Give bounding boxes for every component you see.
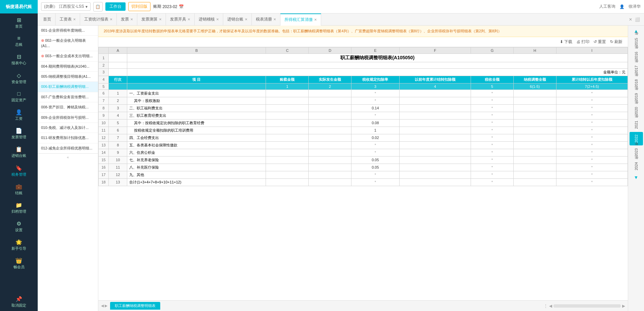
cell-g-11[interactable]: * [471, 171, 514, 178]
sheet-menu-icon[interactable]: ⋮ [544, 304, 548, 308]
cell-d-1[interactable] [309, 97, 351, 104]
cell-h-8[interactable] [513, 149, 556, 156]
cell-f-8[interactable] [399, 149, 471, 156]
cell-g-5[interactable]: * [471, 127, 514, 134]
left-panel-item-010[interactable]: 010-免税、减计收入及加计... [38, 123, 98, 133]
year-item-2015年[interactable]: 2015年 [630, 35, 643, 49]
cell-c-2[interactable] [266, 104, 309, 112]
cell-i-3[interactable]: * [556, 112, 628, 119]
tab-close-6[interactable]: ✕ [216, 18, 219, 21]
cell-g-2[interactable]: * [471, 104, 514, 112]
cell-f-9[interactable] [399, 156, 471, 164]
tab-首页[interactable]: 首页 [39, 13, 56, 26]
left-panel-item-008[interactable]: 008-资产折旧、摊销及纳税... [38, 102, 98, 112]
cell-g-0[interactable]: * [471, 90, 514, 97]
sidebar-item-资金管理[interactable]: ◇ 资金管理 [0, 69, 38, 88]
cell-g-10[interactable]: * [471, 164, 514, 171]
cell-e-11[interactable]: * [351, 171, 400, 178]
sidebar-item-工资[interactable]: 👤 工资 [0, 106, 38, 124]
sidebar-item-进销台账[interactable]: 📋 进销台账 [0, 143, 38, 161]
scroll-left-icon[interactable]: ◀ [549, 304, 552, 308]
sidebar-item-总账[interactable]: ≡ 总账 [0, 32, 38, 50]
cell-c-8[interactable] [266, 149, 309, 156]
year-item-2019年[interactable]: 2019年 [630, 91, 643, 104]
seq-6[interactable]: 7 [109, 134, 127, 141]
label-7[interactable]: 五、各类基本社会保障性缴款 [127, 141, 266, 149]
maximize-icon[interactable]: ⬜ [635, 17, 640, 22]
cell-c-12[interactable] [266, 178, 309, 186]
cell-f-11[interactable] [399, 171, 471, 178]
label-9[interactable]: 七、补充养老保险 [127, 156, 266, 164]
cell-d-11[interactable] [309, 171, 351, 178]
cell-i-11[interactable]: * [556, 171, 628, 178]
sheet-tab[interactable]: 职工薪酬纳税调整明细表 [110, 302, 160, 310]
tab-close-2[interactable]: ✕ [110, 18, 112, 21]
cell-g-7[interactable]: * [471, 141, 514, 149]
label-2[interactable]: 二、职工福利费支出 [127, 104, 266, 112]
cell-g-9[interactable]: * [471, 156, 514, 164]
cell-c-0[interactable] [266, 90, 309, 97]
cell-i-1[interactable]: * [556, 97, 628, 104]
label-6[interactable]: 四、工会经费支出 [127, 134, 266, 141]
sidebar-item-税务管理[interactable]: 🔖 税务管理 [0, 162, 38, 180]
cell-f-10[interactable] [399, 164, 471, 171]
cell-c-9[interactable] [266, 156, 309, 164]
year-item-2016年[interactable]: 2016年 [630, 49, 643, 63]
cell-d-7[interactable] [309, 141, 351, 149]
cell-e-10[interactable]: 0.05 [351, 164, 400, 171]
cell-i-6[interactable]: * [556, 134, 628, 141]
cell-f-0[interactable] [399, 90, 471, 97]
cell-e-9[interactable]: 0.05 [351, 156, 400, 164]
cell-i-7[interactable]: * [556, 141, 628, 149]
cell-d-9[interactable] [309, 156, 351, 164]
seq-0[interactable]: 1 [109, 90, 127, 97]
year-item-2022年[interactable]: 2022年 [630, 132, 643, 145]
cell-c-5[interactable] [266, 127, 309, 134]
collapse-left-panel[interactable]: « [38, 153, 98, 161]
tab-发票[interactable]: 发票✕ [117, 13, 137, 26]
cell-f-7[interactable] [399, 141, 471, 149]
cell-e-7[interactable]: * [351, 141, 400, 149]
cell-i-0[interactable]: * [556, 90, 628, 97]
sidebar-item-结账[interactable]: 💼 结账 [0, 180, 38, 199]
sidebar-item-发票管理[interactable]: 📄 发票管理 [0, 124, 38, 143]
sidebar-item-归档管理[interactable]: 📁 归档管理 [0, 199, 38, 217]
company-selector[interactable]: (勿删） 江西股宝-LSS ▾ [41, 2, 91, 11]
seq-7[interactable]: 8 [109, 141, 127, 149]
cell-e-5[interactable]: 1 [351, 127, 400, 134]
reset-button[interactable]: ↺ 重置 [594, 39, 606, 45]
left-panel-item-002[interactable]: ⊗002-一般企业收入明细表(A1... [38, 36, 98, 51]
label-11[interactable]: 九、其他 [127, 171, 266, 178]
year-nav-down[interactable]: ▼ [630, 173, 642, 181]
label-10[interactable]: 八、补充医疗保险 [127, 164, 266, 171]
cell-h-1[interactable] [513, 97, 556, 104]
label-5[interactable]: 按税收规定全额扣除的职工培训费用 [127, 127, 266, 134]
year-nav-up[interactable]: ▲ [630, 27, 642, 35]
cell-f-5[interactable] [399, 127, 471, 134]
cell-i-4[interactable]: * [556, 119, 628, 127]
seq-11[interactable]: 12 [109, 171, 127, 178]
cell-f-4[interactable] [399, 119, 471, 127]
refresh-button[interactable]: ↻ 刷新 [610, 39, 622, 45]
cell-e-2[interactable]: 0.14 [351, 104, 400, 112]
cell-e-6[interactable]: 0.02 [351, 134, 400, 141]
cell-g-1[interactable]: * [471, 97, 514, 104]
tab-close-4[interactable]: ✕ [159, 18, 162, 21]
customer-service-btn[interactable]: 人工客询 [599, 4, 615, 9]
cell-c-10[interactable] [266, 164, 309, 171]
left-panel-item-011[interactable]: 011-研发费用加计扣除优惠... [38, 133, 98, 143]
label-12[interactable]: 合计(1+3+4+7+8+9+10+11+12) [127, 178, 266, 186]
cell-g-8[interactable]: * [471, 149, 514, 156]
cell-d-10[interactable] [309, 164, 351, 171]
seq-1[interactable]: 2 [109, 97, 127, 104]
tab-close-8[interactable]: ✕ [273, 18, 276, 21]
seq-12[interactable]: 13 [109, 178, 127, 186]
tab-close-3[interactable]: ✕ [130, 18, 133, 21]
workspace-button[interactable]: 工作台 [105, 2, 126, 11]
cell-f-6[interactable] [399, 134, 471, 141]
left-panel-item-001[interactable]: 001-企业所得税年度纳税... [38, 26, 98, 36]
cell-h-2[interactable] [513, 104, 556, 112]
seq-10[interactable]: 11 [109, 164, 127, 171]
cell-e-4[interactable]: 0.08 [351, 119, 400, 127]
label-8[interactable]: 六、住房公积金 [127, 149, 266, 156]
